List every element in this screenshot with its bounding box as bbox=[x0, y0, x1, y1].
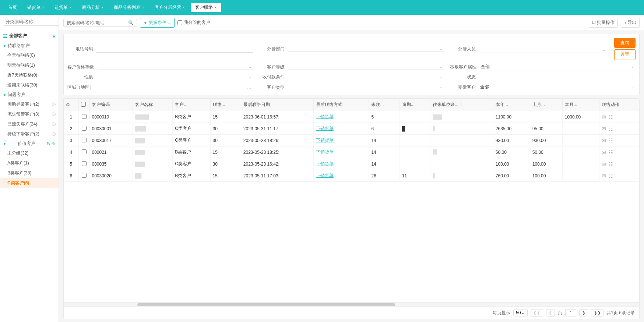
row-checkbox-4[interactable] bbox=[82, 149, 87, 154]
action-more-icon-5[interactable]: ☷ bbox=[608, 161, 613, 167]
sidebar-search-input[interactable] bbox=[3, 18, 59, 26]
filter-region-dots[interactable]: ... bbox=[247, 84, 251, 90]
scrollbar-thumb[interactable] bbox=[137, 303, 395, 306]
row-checkbox-2[interactable] bbox=[82, 126, 87, 131]
action-contact-icon-6[interactable]: ✉ bbox=[602, 173, 606, 179]
filter-manager-dots[interactable]: ... bbox=[602, 46, 607, 52]
sidebar-item-unclassified[interactable]: 未分组(32) bbox=[0, 148, 59, 158]
export-btn[interactable]: ↑ 导出 bbox=[621, 18, 640, 28]
sidebar-item-churn-warning[interactable]: 流失预警客户(3) ⓘ bbox=[0, 109, 59, 119]
nav-home[interactable]: 首页 bbox=[4, 3, 21, 12]
row-checkbox-3[interactable] bbox=[82, 138, 87, 142]
per-page-select[interactable]: 50 ⌄ bbox=[513, 309, 528, 316]
action-contact-icon-3[interactable]: ✉ bbox=[602, 138, 606, 144]
last-page-btn[interactable]: ❯❯ bbox=[591, 309, 603, 316]
sidebar-item-class-c[interactable]: C类客户(6) bbox=[0, 178, 59, 188]
filter-customer-level-select[interactable]: ⌄ bbox=[288, 64, 444, 70]
nav-purchase-order[interactable]: 进货单 × bbox=[50, 3, 76, 12]
row-checkbox-cell-2[interactable] bbox=[78, 123, 89, 135]
action-more-icon-4[interactable]: ☷ bbox=[608, 149, 613, 155]
horizontal-scrollbar[interactable] bbox=[64, 302, 639, 307]
sidebar-item-churned[interactable]: 已流失客户(24) ⓘ bbox=[0, 119, 59, 129]
nav-product-analysis-list[interactable]: 商品分析列表 × bbox=[109, 3, 148, 12]
nav-customer-layered[interactable]: 客户分层经营 × bbox=[150, 3, 189, 12]
row-last-method-6[interactable]: 下销货单 bbox=[313, 170, 369, 182]
filter-payment-select[interactable]: ⌄ bbox=[288, 74, 444, 80]
row-checkbox-6[interactable] bbox=[82, 173, 87, 178]
select-all-checkbox[interactable] bbox=[81, 102, 86, 107]
filter-retail-customer-select[interactable]: 全部 ⌄ bbox=[479, 83, 636, 91]
row-checkbox-5[interactable] bbox=[82, 161, 87, 166]
row-last-method-4[interactable]: 下销货单 bbox=[313, 146, 369, 158]
row-last-method-1[interactable]: 下销货单 bbox=[313, 111, 369, 123]
nav-product-analysis[interactable]: 商品分析 × bbox=[78, 3, 108, 12]
th-customer-name[interactable]: 客户名称 bbox=[133, 99, 173, 111]
row-checkbox-1[interactable] bbox=[82, 114, 87, 119]
nav-customer-layered-close[interactable]: × bbox=[183, 5, 185, 10]
action-more-icon-3[interactable]: ☷ bbox=[608, 138, 613, 144]
row-checkbox-cell-1[interactable] bbox=[78, 111, 89, 123]
sidebar-item-tomorrow[interactable]: 明天待联络(1) bbox=[0, 60, 59, 70]
filter-status-select[interactable]: ⌄ bbox=[479, 74, 636, 80]
filter-customer-type-select[interactable]: ⌄ bbox=[288, 84, 444, 90]
sidebar-section-pending[interactable]: 待联络客户 bbox=[0, 41, 59, 50]
action-more-icon-6[interactable]: ☷ bbox=[608, 173, 613, 179]
sidebar-section-problem[interactable]: 问题客户 bbox=[0, 90, 59, 99]
batch-operations-btn[interactable]: ☑ 批量操作 bbox=[589, 18, 618, 28]
settings-btn[interactable]: 设置 bbox=[614, 49, 636, 60]
sidebar-item-class-a[interactable]: A类客户(1) bbox=[0, 158, 59, 168]
nav-purchase-order-close[interactable]: × bbox=[69, 5, 71, 10]
main-search-input[interactable] bbox=[67, 20, 127, 25]
row-last-method-5[interactable]: 下销货单 bbox=[313, 158, 369, 170]
nav-sales-order-close[interactable]: × bbox=[42, 5, 44, 10]
sidebar-section-value[interactable]: 价值客户 ↻ ✎ bbox=[0, 139, 59, 148]
row-last-method-3[interactable]: 下销货单 bbox=[313, 135, 369, 146]
sidebar-collapse-icon[interactable]: « bbox=[53, 33, 56, 39]
first-page-btn[interactable]: ❮❮ bbox=[531, 309, 543, 316]
th-settings[interactable]: ⚙ bbox=[64, 99, 78, 111]
refresh-icon[interactable]: ↻ bbox=[47, 141, 50, 146]
action-contact-icon-5[interactable]: ✉ bbox=[602, 161, 606, 167]
th-checkbox[interactable] bbox=[78, 99, 89, 111]
filter-dept-select[interactable]: ⌄ bbox=[288, 46, 444, 52]
nav-customer-contact-close[interactable]: × bbox=[214, 5, 217, 10]
sidebar-item-abnormal[interactable]: 囤购异常客户(2) ⓘ bbox=[0, 99, 59, 109]
nav-product-analysis-list-close[interactable]: × bbox=[142, 5, 144, 10]
row-checkbox-cell-4[interactable] bbox=[78, 146, 89, 158]
action-contact-icon-2[interactable]: ✉ bbox=[602, 126, 606, 132]
row-last-method-2[interactable]: 下销货单 bbox=[313, 123, 369, 135]
row-type-2: C类客户 bbox=[173, 123, 210, 135]
sidebar-all-customers[interactable]: ☰ 全部客户 « bbox=[0, 31, 59, 41]
query-btn[interactable]: 查询 bbox=[614, 38, 636, 48]
sidebar-item-class-b[interactable]: B类客户(33) bbox=[0, 168, 59, 178]
next-page-btn[interactable]: ❯ bbox=[579, 309, 588, 316]
prev-page-btn[interactable]: ❮ bbox=[546, 309, 555, 316]
sidebar-item-7days[interactable]: 近7天待联络(0) bbox=[0, 70, 59, 80]
action-more-icon-2[interactable]: ☷ bbox=[608, 126, 613, 132]
nav-product-analysis-close[interactable]: × bbox=[101, 5, 103, 10]
row-checkbox-cell-6[interactable] bbox=[78, 170, 89, 182]
filter-nature-select[interactable]: ⌄ bbox=[96, 74, 253, 80]
filter-price-level-select[interactable]: ⌄ bbox=[97, 64, 253, 70]
page-input[interactable] bbox=[565, 309, 576, 316]
nav-sales-order[interactable]: 销货单 × bbox=[23, 3, 49, 12]
sidebar-item-overdue[interactable]: 逾期未联络(30) bbox=[0, 80, 59, 90]
action-contact-icon-4[interactable]: ✉ bbox=[602, 149, 606, 155]
row-checkbox-cell-3[interactable] bbox=[78, 135, 89, 146]
sidebar-item-declining[interactable]: 持续下滑客户(2) ⓘ bbox=[0, 129, 59, 139]
action-more-icon-1[interactable]: ☷ bbox=[608, 114, 613, 120]
my-customers-checkbox-label[interactable]: 我分管的客户 bbox=[177, 20, 210, 26]
row-checkbox-cell-5[interactable] bbox=[78, 158, 89, 170]
edit-icon-value[interactable]: ✎ bbox=[52, 141, 56, 146]
filter-more-btn[interactable]: ▼ 更多条件 ⌄ bbox=[140, 18, 175, 28]
filter-retail-attr-select[interactable]: 全部 ⌄ bbox=[479, 63, 636, 71]
action-contact-icon-1[interactable]: ✉ bbox=[602, 114, 606, 120]
nav-customer-contact[interactable]: 客户联络 × bbox=[191, 3, 221, 12]
sidebar-item-today[interactable]: 今天待联络(0) bbox=[0, 50, 59, 60]
main-search-icon[interactable]: 🔍 bbox=[128, 20, 134, 25]
sort-icon-unit[interactable]: ⇩ bbox=[460, 102, 463, 107]
my-customers-checkbox[interactable] bbox=[177, 20, 182, 25]
filter-phone-input[interactable] bbox=[96, 46, 253, 53]
gear-icon[interactable]: ⚙ bbox=[66, 102, 70, 107]
th-customer-code[interactable]: 客户编码 bbox=[89, 99, 133, 111]
